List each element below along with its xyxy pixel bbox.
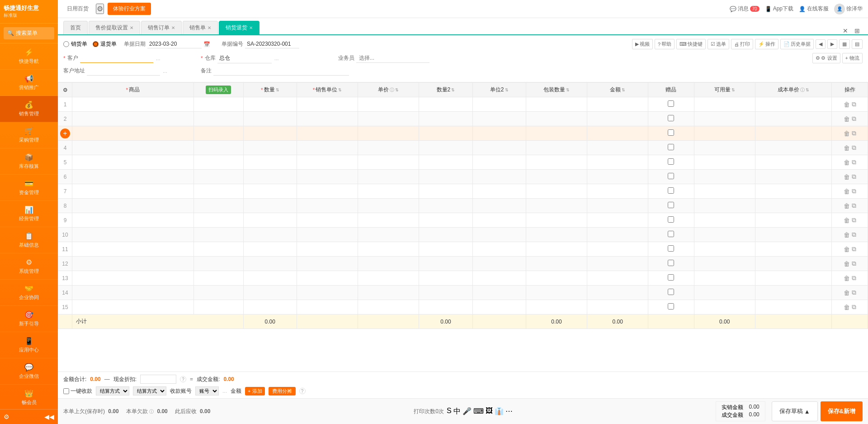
row-1-amount[interactable] (587, 97, 648, 112)
gift-checkbox-8[interactable] (668, 202, 674, 208)
row-8-unit-price[interactable] (358, 199, 419, 213)
row-3-pack-quantity[interactable] (526, 126, 587, 141)
keyboard-bottom-icon[interactable]: ⌨ (473, 407, 484, 416)
row-5-amount[interactable] (587, 155, 648, 170)
row-10-gift[interactable] (648, 228, 694, 242)
row-9-quantity[interactable] (243, 213, 297, 228)
video-button[interactable]: ▶ 视频 (632, 39, 653, 49)
row-1-unit-price[interactable] (358, 97, 419, 112)
calendar-icon[interactable]: 📅 (203, 41, 210, 48)
row-3-copy-button[interactable]: ⧉ (852, 129, 856, 137)
message-button[interactable]: 💬 消息 70 (730, 5, 760, 13)
save-new-button[interactable]: 保存&新增 (821, 401, 863, 421)
row-5-unit-price[interactable] (358, 155, 419, 170)
row-2-sales-unit[interactable] (297, 112, 358, 126)
sidebar-item-guide[interactable]: 🎯 新手引导 (0, 306, 58, 332)
row-10-sales-unit[interactable] (297, 228, 358, 242)
row-10-amount[interactable] (587, 228, 648, 242)
row-13-sales-unit[interactable] (297, 271, 358, 286)
row-15-pack-quantity[interactable] (526, 300, 587, 314)
row-14-amount[interactable] (587, 286, 648, 300)
row-3-sales-unit[interactable] (297, 126, 358, 141)
row-7-unit-price[interactable] (358, 184, 419, 199)
row-4-delete-button[interactable]: 🗑 (844, 144, 850, 152)
row-4-sales-unit[interactable] (297, 141, 358, 155)
more-icon[interactable]: ⋯ (505, 407, 513, 416)
row-13-goods[interactable] (72, 271, 194, 286)
row-11-amount[interactable] (587, 242, 648, 257)
tab-sales-return[interactable]: 销货退货 ✕ (219, 21, 259, 34)
calculation-method-select[interactable]: 结算方式 (133, 386, 166, 395)
next-record-button[interactable]: ▶ (827, 39, 837, 49)
app-download-button[interactable]: 📱 App下载 (765, 5, 793, 13)
row-3-quantity[interactable] (243, 126, 297, 141)
row-4-quantity[interactable] (243, 141, 297, 155)
row-12-amount[interactable] (587, 257, 648, 271)
row-9-copy-button[interactable]: ⧉ (852, 216, 856, 224)
row-1-goods[interactable] (72, 97, 194, 112)
operation-button[interactable]: ⚡ 操作 (755, 39, 778, 49)
row-6-unit-price[interactable] (358, 170, 419, 184)
row-7-delete-button[interactable]: 🗑 (844, 187, 850, 195)
sidebar-item-inventory[interactable]: 📦 库存核算 (0, 148, 58, 175)
row-14-sales-unit[interactable] (297, 286, 358, 300)
customer-input[interactable] (80, 53, 153, 63)
row-14-delete-button[interactable]: 🗑 (844, 289, 850, 296)
row-1-sales-unit[interactable] (297, 97, 358, 112)
sidebar-item-system[interactable]: ⚙ 系统管理 (0, 253, 58, 280)
row-14-gift[interactable] (648, 286, 694, 300)
business-input[interactable] (356, 53, 429, 63)
row-5-quantity[interactable] (243, 155, 297, 170)
fee-help-icon[interactable]: ? (299, 388, 306, 394)
row-4-goods[interactable] (72, 141, 194, 155)
gift-checkbox-7[interactable] (668, 187, 674, 194)
save-draft-button[interactable]: 保存草稿 ▲ (772, 401, 818, 421)
table-header-gear[interactable]: ⚙ (58, 83, 72, 97)
row-8-sales-unit[interactable] (297, 199, 358, 213)
gift-checkbox-15[interactable] (668, 303, 674, 310)
row-10-unit-price[interactable] (358, 228, 419, 242)
row-13-quantity[interactable] (243, 271, 297, 286)
prev-record-button[interactable]: ◀ (816, 39, 826, 49)
row-4-unit-price[interactable] (358, 141, 419, 155)
customer-address-input[interactable] (87, 66, 160, 76)
row-10-goods[interactable] (72, 228, 194, 242)
row-15-gift[interactable] (648, 300, 694, 314)
notes-input[interactable] (213, 66, 349, 76)
gift-checkbox-1[interactable] (668, 100, 674, 107)
row-6-goods[interactable] (72, 170, 194, 184)
cash-discount-input[interactable] (140, 375, 176, 384)
row-7-amount[interactable] (587, 184, 648, 199)
radio-return-input[interactable] (93, 41, 99, 47)
row-9-gift[interactable] (648, 213, 694, 228)
search-menu-button[interactable]: 🔍 搜索菜单 (4, 27, 54, 39)
sidebar-item-finance[interactable]: 💳 资金管理 (0, 175, 58, 201)
row-10-delete-button[interactable]: 🗑 (844, 231, 850, 238)
gift-checkbox-13[interactable] (668, 274, 674, 281)
radio-delivery-input[interactable] (63, 41, 69, 47)
one-click-payment-check[interactable] (63, 388, 69, 394)
row-9-sales-unit[interactable] (297, 213, 358, 228)
row-12-unit-price[interactable] (358, 257, 419, 271)
image-icon[interactable]: 🖼 (486, 407, 493, 416)
row-11-quantity[interactable] (243, 242, 297, 257)
tab-sales-delivery[interactable]: 销售单 ✕ (183, 21, 218, 34)
row-6-amount[interactable] (587, 170, 648, 184)
sidebar-item-app-center[interactable]: 📱 应用中心 (0, 332, 58, 358)
view-list-button[interactable]: ▤ (852, 39, 863, 49)
row-14-pack-quantity[interactable] (526, 286, 587, 300)
row-4-amount[interactable] (587, 141, 648, 155)
row-5-sales-unit[interactable] (297, 155, 358, 170)
row-6-copy-button[interactable]: ⧉ (852, 173, 856, 181)
row-12-delete-button[interactable]: 🗑 (844, 260, 850, 267)
row-8-quantity[interactable] (243, 199, 297, 213)
row-2-delete-button[interactable]: 🗑 (844, 115, 850, 123)
row-7-gift[interactable] (648, 184, 694, 199)
radio-return-label[interactable]: 退货单 (93, 40, 117, 48)
form-settings-button[interactable]: ⚙ ⚙ 设置 (812, 53, 840, 63)
history-button[interactable]: 📄 历史单据 (780, 39, 814, 49)
row-14-goods[interactable] (72, 286, 194, 300)
row-8-delete-button[interactable]: 🗑 (844, 202, 850, 210)
scan-input-button[interactable]: 扫码录入 (206, 86, 231, 94)
row-1-quantity[interactable] (243, 97, 297, 112)
